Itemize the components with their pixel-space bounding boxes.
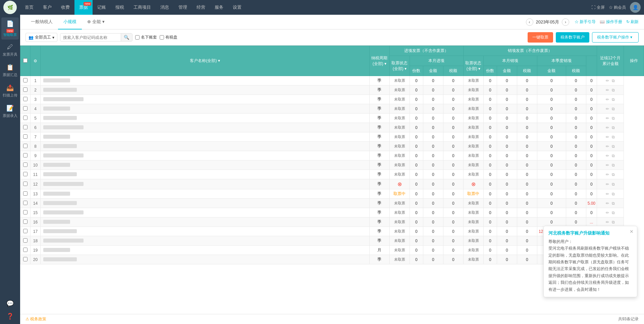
one-click-invoice-btn[interactable]: 一键取票 [528,32,553,43]
row-customer-name[interactable] [41,85,370,95]
nav-settings[interactable]: 设置 [228,0,246,15]
row-customer-name[interactable] [41,189,370,199]
row-customer-name[interactable] [41,170,370,179]
copy-icon[interactable]: ⧉ [612,97,615,102]
row-checkbox[interactable] [23,182,28,186]
copy-icon[interactable]: ⧉ [612,210,615,215]
nav-fee[interactable]: 收费 [56,0,74,15]
copy-icon[interactable]: ⧉ [612,220,615,224]
copy-icon[interactable]: ⧉ [612,78,615,83]
row-customer-name[interactable] [41,95,370,104]
search-button[interactable]: 🔍 [121,34,132,41]
sidebar-item-smart-invoice[interactable]: 📄 new 智能取票 [1,17,19,40]
row-checkbox[interactable] [23,229,28,233]
row-checkbox[interactable] [23,219,28,224]
sidebar-item-entry[interactable]: 📝 票据录入 [1,102,19,121]
period-prev-btn[interactable]: ‹ [526,18,533,26]
row-customer-name[interactable] [41,255,370,264]
edit-icon[interactable]: ✏ [606,97,609,102]
row-customer-name[interactable] [41,179,370,189]
avatar[interactable]: 👤 [630,2,641,13]
edit-icon[interactable]: ✏ [606,220,609,224]
row-customer-name[interactable] [41,199,370,208]
row-checkbox[interactable] [23,201,28,205]
copy-icon[interactable]: ⧉ [612,182,615,187]
nav-invoice[interactable]: 票据 new [74,0,93,15]
fullscreen-btn[interactable]: ⛶ 全屏 [591,5,604,10]
guide-link[interactable]: ☆ 新手引导 [575,19,596,25]
checkbox-tax-disk[interactable] [160,35,164,40]
manual-link[interactable]: 📖 操作手册 [600,19,622,25]
row-checkbox[interactable] [23,248,28,252]
row-checkbox[interactable] [23,163,28,167]
search-input[interactable] [60,34,121,41]
row-customer-name[interactable] [41,151,370,160]
row-customer-name[interactable] [41,104,370,114]
copy-icon[interactable]: ⧉ [612,88,615,92]
employee-filter[interactable]: 👥 全部员工 ▾ [25,33,57,42]
nav-business[interactable]: 工商项目 [129,0,156,15]
th-in-status[interactable]: 取票状态(全部) ▾ [389,56,410,76]
edit-icon[interactable]: ✏ [606,107,609,111]
edit-icon[interactable]: ✏ [606,182,609,187]
sidebar-bottom-icon2[interactable]: ❓ [6,313,14,320]
row-customer-name[interactable] [41,236,370,246]
row-checkbox[interactable] [23,125,28,129]
row-customer-name[interactable] [41,123,370,132]
copy-icon[interactable]: ⧉ [612,107,615,111]
edit-icon[interactable]: ✏ [606,144,609,149]
row-customer-name[interactable] [41,160,370,170]
th-tax-period[interactable]: 纳税周期(全部) ▾ [369,46,389,76]
nav-home[interactable]: 首页 [20,0,38,15]
row-checkbox[interactable] [23,78,28,82]
select-all-checkbox[interactable] [23,58,28,63]
row-customer-name[interactable] [41,142,370,151]
row-customer-name[interactable] [41,76,370,85]
edit-icon[interactable]: ✏ [606,201,609,206]
row-checkbox[interactable] [23,87,28,92]
row-checkbox[interactable] [23,210,28,214]
tax-ops-btn[interactable]: 税务数字账户操作 ▾ [592,32,639,43]
member-btn[interactable]: ☆ 购会员 [609,5,626,10]
sidebar-item-scan[interactable]: 📤 扫描上传 [1,81,19,101]
copy-icon[interactable]: ⧉ [612,192,615,196]
row-customer-name[interactable] [41,132,370,142]
row-checkbox[interactable] [23,191,28,196]
checkbox-subordinate[interactable] [135,35,140,40]
row-customer-name[interactable] [41,217,370,227]
tab-small-scale[interactable]: 小规模 [58,15,82,29]
copy-icon[interactable]: ⧉ [612,135,615,139]
row-customer-name[interactable] [41,246,370,255]
notif-close-btn[interactable]: ✕ [630,229,634,234]
filter-tax-disk[interactable]: 有税盘 [160,35,177,40]
th-customer-name[interactable]: 客户名称(全部) ▾ [41,46,370,76]
row-customer-name[interactable] [41,227,370,236]
nav-accounting[interactable]: 记账 [93,0,111,15]
nav-tax[interactable]: 报税 [111,0,129,15]
copy-icon[interactable]: ⧉ [612,153,615,158]
nav-customer[interactable]: 客户 [38,0,56,15]
edit-icon[interactable]: ✏ [606,192,609,196]
row-checkbox[interactable] [23,106,28,111]
edit-icon[interactable]: ✏ [606,163,609,168]
copy-icon[interactable]: ⧉ [612,144,615,149]
sidebar-bottom-icon1[interactable]: 💬 [6,300,14,307]
tax-digital-account-btn[interactable]: 税务数字账户 [556,32,589,43]
edit-icon[interactable]: ✏ [606,88,609,92]
filter-subordinate[interactable]: 名下账套 [135,35,157,40]
nav-operation[interactable]: 经营 [192,0,210,15]
row-checkbox[interactable] [23,172,28,176]
copy-icon[interactable]: ⧉ [612,172,615,177]
row-checkbox[interactable] [23,116,28,120]
nav-service[interactable]: 服务 [210,0,228,15]
row-checkbox[interactable] [23,153,28,157]
sidebar-item-summary[interactable]: 📋 票据汇总 [1,61,19,80]
period-next-btn[interactable]: › [562,18,569,26]
copy-icon[interactable]: ⧉ [612,116,615,121]
row-customer-name[interactable] [41,208,370,217]
row-checkbox[interactable] [23,238,28,243]
tab-all-capable[interactable]: ⊕全能 ▾ [82,15,110,29]
row-checkbox[interactable] [23,257,28,261]
edit-icon[interactable]: ✏ [606,172,609,177]
nav-manage[interactable]: 管理 [174,0,192,15]
